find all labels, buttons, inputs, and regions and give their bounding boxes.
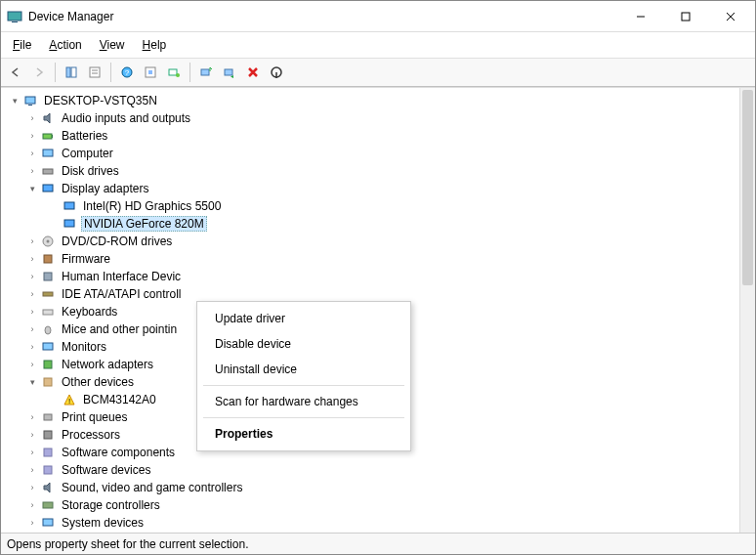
menu-action[interactable]: Action [41,36,89,54]
speaker-icon [40,110,56,126]
other-icon [40,374,56,390]
tree-label: BCM43142A0 [81,393,158,406]
statusbar: Opens property sheet for the current sel… [1,533,755,554]
print-icon [40,409,56,425]
chevron-right-icon[interactable]: › [24,234,40,249]
svg-rect-17 [201,69,209,75]
chevron-down-icon[interactable]: ▾ [24,374,40,390]
svg-rect-24 [43,149,53,156]
tree-label: Computer [60,147,115,160]
menu-file[interactable]: File [5,36,39,54]
help-button[interactable]: ? [116,62,138,83]
chevron-right-icon[interactable]: › [24,480,40,495]
svg-rect-3 [682,13,690,21]
disable-device-button[interactable] [219,62,240,83]
tree-category[interactable]: ›Human Interface Devic [1,268,755,285]
svg-rect-25 [43,169,53,174]
menu-help[interactable]: Help [135,36,175,54]
scan-hardware-button[interactable] [163,62,185,83]
properties-button[interactable] [84,62,105,83]
toolbar-separator [110,63,111,82]
chevron-right-icon[interactable]: › [24,146,40,161]
chevron-down-icon[interactable]: ▾ [24,181,40,196]
tree-category[interactable]: ›Computer [1,145,755,162]
chevron-right-icon[interactable]: › [24,427,40,443]
firmware-icon [40,251,56,267]
minimize-button[interactable] [618,2,663,31]
tree-category-expanded[interactable]: ▾Display adapters [1,180,755,197]
tree-label: Software components [60,446,177,459]
tree-category[interactable]: ›Storage controllers [1,496,755,514]
chevron-right-icon[interactable]: › [24,409,40,425]
tree-label: Software devices [60,463,152,477]
enable-device-button[interactable] [266,62,287,83]
cpu-icon [40,427,56,443]
back-button[interactable] [5,62,26,83]
window-title: Device Manager [28,10,113,23]
chevron-down-icon[interactable]: ▾ [7,93,22,108]
chevron-right-icon[interactable]: › [24,286,40,302]
ctx-properties[interactable]: Properties [197,421,410,447]
chevron-right-icon[interactable]: › [24,251,40,267]
close-button[interactable] [708,2,753,31]
action-button[interactable] [140,62,161,83]
chevron-right-icon[interactable]: › [24,304,40,320]
toolbar: ? [1,58,755,87]
uninstall-device-button[interactable] [242,62,264,83]
tree-category[interactable]: ›Audio inputs and outputs [1,109,755,127]
show-hide-console-tree-button[interactable] [61,62,82,83]
ctx-uninstall-device[interactable]: Uninstall device [197,357,410,382]
tree-device-selected[interactable]: NVIDIA GeForce 820M [1,215,755,233]
scrollbar[interactable] [739,88,755,533]
tree-category[interactable]: ›DVD/CD-ROM drives [1,233,755,250]
software-icon [40,462,56,478]
dvd-icon [40,234,56,249]
toolbar-separator [189,63,190,82]
storage-icon [40,497,56,513]
chevron-right-icon[interactable]: › [24,110,40,126]
tree-label: IDE ATA/ATAPI controll [60,287,183,301]
chevron-right-icon[interactable]: › [24,321,40,337]
tree-category[interactable]: ›System devices [1,514,755,532]
mouse-icon [40,321,56,337]
tree-label: Disk drives [60,164,121,178]
tree-category[interactable]: ›Firmware [1,250,755,268]
chevron-right-icon[interactable]: › [24,128,40,144]
tree-label: DVD/CD-ROM drives [60,235,174,248]
chevron-right-icon[interactable]: › [24,515,40,531]
chevron-right-icon[interactable]: › [24,269,40,284]
forward-button[interactable] [28,62,50,83]
ctx-scan-hardware[interactable]: Scan for hardware changes [197,389,410,414]
tree-label: Audio inputs and outputs [60,111,192,125]
tree-device[interactable]: Intel(R) HD Graphics 5500 [1,197,755,215]
ctx-disable-device[interactable]: Disable device [197,331,410,357]
svg-rect-8 [90,67,100,77]
chevron-right-icon[interactable]: › [24,163,40,179]
tree-category[interactable]: ›Universal Serial Bus controllers [1,532,755,533]
tree-label: Network adapters [60,358,155,371]
tree-category[interactable]: ›Batteries [1,127,755,145]
ctx-update-driver[interactable]: Update driver [197,306,410,331]
svg-rect-23 [52,135,53,138]
chevron-right-icon[interactable]: › [24,339,40,355]
update-driver-button[interactable] [195,62,217,83]
svg-rect-45 [43,519,53,526]
tree-label: Processors [60,428,122,442]
tree-label: Batteries [60,129,109,143]
tree-category[interactable]: ›Sound, video and game controllers [1,479,755,496]
tree-category[interactable]: ›Software devices [1,461,755,479]
svg-rect-14 [148,70,152,74]
maximize-button[interactable] [663,2,708,31]
scrollbar-thumb[interactable] [742,90,753,285]
menu-view[interactable]: View [92,36,133,54]
chevron-right-icon[interactable]: › [24,445,40,460]
chevron-right-icon[interactable]: › [24,462,40,478]
tree-label: Mice and other pointin [60,322,179,336]
chevron-right-icon[interactable]: › [24,357,40,372]
tree-label: NVIDIA GeForce 820M [81,216,207,232]
tree-root[interactable]: ▾ DESKTOP-VSTQ35N [1,92,755,109]
svg-rect-20 [25,97,35,104]
svg-text:!: ! [68,397,70,406]
tree-category[interactable]: ›Disk drives [1,162,755,180]
chevron-right-icon[interactable]: › [24,497,40,513]
